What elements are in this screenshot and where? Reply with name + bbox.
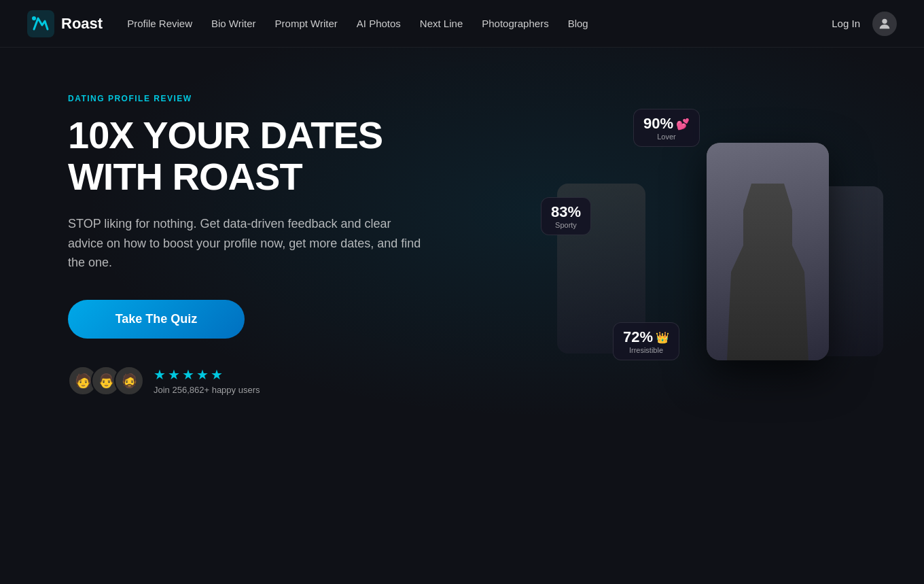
stars-row: ★ ★ ★ ★ ★: [154, 366, 260, 383]
brand-name: Roast: [61, 15, 103, 33]
avatar-stack: 🧑 👨 🧔: [68, 366, 144, 396]
user-avatar[interactable]: [872, 12, 897, 36]
nav-link-next-line[interactable]: Next Line: [420, 18, 463, 29]
score-badge-irresistible: 72% 👑 Irresistible: [613, 322, 679, 360]
nav-link-ai-photos[interactable]: AI Photos: [357, 18, 401, 29]
nav-link-photographers[interactable]: Photographers: [482, 18, 548, 29]
below-section: [0, 456, 924, 584]
nav-link-prompt-writer[interactable]: Prompt Writer: [275, 18, 338, 29]
person-silhouette: [727, 184, 808, 360]
nav-link-profile-review[interactable]: Profile Review: [127, 18, 192, 29]
logo-icon: [27, 10, 54, 37]
login-button[interactable]: Log In: [832, 18, 860, 29]
score-badge-sporty: 83% Sporty: [541, 197, 591, 235]
navbar: Roast Profile Review Bio Writer Prompt W…: [0, 0, 924, 48]
proof-avatar-3: 🧔: [114, 366, 144, 396]
phone-main: [707, 143, 829, 360]
badge-90-label: Lover: [657, 133, 676, 141]
nav-item-profile-review[interactable]: Profile Review: [127, 18, 192, 30]
nav-left: Roast Profile Review Bio Writer Prompt W…: [27, 10, 588, 37]
badge-90-emoji: 💕: [676, 118, 690, 131]
user-icon: [877, 16, 892, 31]
nav-links: Profile Review Bio Writer Prompt Writer …: [127, 18, 588, 30]
nav-item-photographers[interactable]: Photographers: [482, 18, 548, 30]
phone-img-fill: [707, 143, 829, 360]
hero-badge: DATING PROFILE REVIEW: [68, 94, 476, 103]
badge-83-label: Sporty: [555, 221, 577, 229]
svg-point-1: [32, 16, 36, 20]
nav-link-bio-writer[interactable]: Bio Writer: [211, 18, 256, 29]
hero-subtitle: STOP liking for nothing. Get data-driven…: [68, 214, 421, 273]
nav-item-ai-photos[interactable]: AI Photos: [357, 18, 401, 30]
logo-link[interactable]: Roast: [27, 10, 103, 37]
badge-72-label: Irresistible: [629, 346, 663, 354]
hero-visual: 90% 💕 Lover 83% Sporty 72% 👑 Irresistibl…: [557, 88, 883, 415]
badge-90-pct: 90%: [643, 115, 673, 133]
hero-content: DATING PROFILE REVIEW 10X YOUR DATES WIT…: [68, 94, 476, 396]
score-badge-lover: 90% 💕 Lover: [633, 109, 700, 147]
social-proof: 🧑 👨 🧔 ★ ★ ★ ★ ★ Join 256,862+ happy user…: [68, 366, 476, 396]
nav-item-prompt-writer[interactable]: Prompt Writer: [275, 18, 338, 30]
badge-83-pct: 83%: [551, 203, 581, 221]
nav-link-blog[interactable]: Blog: [568, 18, 588, 29]
badge-72-emoji: 👑: [656, 331, 669, 344]
star-3: ★: [182, 366, 194, 383]
proof-label: Join 256,862+ happy users: [154, 385, 260, 395]
hero-section: DATING PROFILE REVIEW 10X YOUR DATES WIT…: [0, 48, 924, 456]
nav-item-bio-writer[interactable]: Bio Writer: [211, 18, 256, 30]
take-quiz-button[interactable]: Take The Quiz: [68, 300, 245, 339]
nav-item-next-line[interactable]: Next Line: [420, 18, 463, 30]
proof-text: ★ ★ ★ ★ ★ Join 256,862+ happy users: [154, 366, 260, 395]
star-4: ★: [196, 366, 209, 383]
svg-point-2: [882, 18, 887, 23]
star-2: ★: [168, 366, 180, 383]
star-5: ★: [211, 366, 223, 383]
star-1: ★: [154, 366, 166, 383]
nav-item-blog[interactable]: Blog: [568, 18, 588, 30]
badge-72-pct: 72%: [623, 328, 653, 346]
nav-right: Log In: [832, 12, 897, 36]
hero-title: 10X YOUR DATES WITH ROAST: [68, 114, 476, 198]
